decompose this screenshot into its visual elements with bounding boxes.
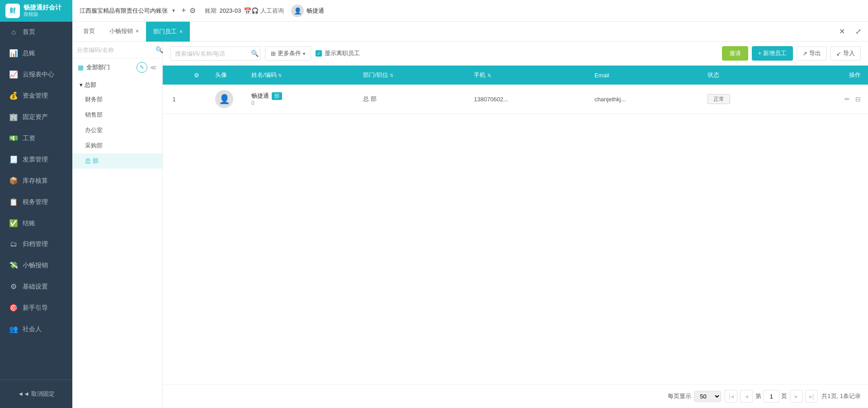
show-resigned-label: 显示离职员工 [325, 49, 360, 57]
tab-bar: 首页 小畅报销 × 部门员工 × ✕ ⤢ [72, 22, 868, 42]
col-dept[interactable]: 部门/职位 ⇅ [356, 66, 467, 85]
tab-home[interactable]: 首页 [76, 22, 102, 42]
prev-page-btn[interactable]: ◂ [740, 390, 753, 403]
dept-node-finance[interactable]: 财务部 [72, 92, 162, 107]
next-page-btn[interactable]: ▸ [790, 390, 802, 403]
col-settings[interactable]: ⚙ [185, 66, 208, 85]
tax-icon: 📋 [9, 198, 18, 206]
sidebar-item-ledger[interactable]: 📊 总账 [0, 43, 72, 64]
sidebar-item-social[interactable]: 👥 社会人 [0, 318, 72, 340]
sidebar-item-inventory[interactable]: 📦 库存核算 [0, 170, 72, 191]
dept-admin-badge: 部 [272, 92, 282, 100]
table-settings-icon[interactable]: ⚙ [194, 72, 199, 79]
last-page-btn[interactable]: ▸| [805, 390, 818, 403]
add-account-btn[interactable]: + [181, 6, 186, 15]
dept-node-sales[interactable]: 销售部 [72, 107, 162, 123]
sidebar-label-invoice: 发票管理 [23, 156, 48, 164]
chevron-down-filter-icon: ▾ [303, 51, 305, 56]
import-label: 导入 [843, 49, 855, 57]
cell-name: 畅捷通 部 0 [244, 85, 356, 114]
page-di-label: 第 [755, 392, 761, 400]
cell-dept: 总 部 [356, 85, 467, 114]
dept-node-office[interactable]: 办公室 [72, 123, 162, 138]
content-area: 首页 小畅报销 × 部门员工 × ✕ ⤢ 🔍 [72, 22, 868, 408]
sidebar-item-assets[interactable]: 🏢 固定资产 [0, 106, 72, 128]
sort-name-icon: ⇅ [278, 73, 282, 78]
col-email: Email [587, 66, 700, 85]
sidebar-item-home[interactable]: ⌂ 首页 [0, 22, 72, 43]
page-nav: |◂ ◂ 第 页 ▸ ▸| [725, 390, 818, 403]
username: 畅捷通 [307, 7, 324, 15]
resigned-checkbox[interactable]: ✓ [316, 50, 322, 57]
period-selector[interactable]: 账期 2023-03 📅 [205, 7, 251, 15]
user-info[interactable]: 👤 畅捷通 [291, 5, 324, 17]
col-actions: 操作 [792, 66, 868, 85]
invite-btn[interactable]: 邀请 [722, 46, 748, 61]
dept-search-icon[interactable]: 🔍 [156, 46, 163, 53]
sidebar-item-reports[interactable]: 📈 云报表中心 [0, 64, 72, 85]
sidebar-label-ledger: 总账 [23, 49, 35, 57]
sidebar-item-archive[interactable]: 🗂 归档管理 [0, 234, 72, 255]
sidebar-item-tax[interactable]: 📋 税务管理 [0, 191, 72, 213]
employee-email: chanjethkj... [594, 96, 626, 103]
filter-icon: ⊞ [271, 50, 276, 57]
page-size-select: 每页显示 50 10 20 100 [668, 391, 721, 402]
support-btn[interactable]: 🎧 人工咨询 [251, 7, 284, 15]
dept-collapse-btn[interactable]: ≪ [150, 64, 157, 71]
show-resigned-toggle[interactable]: ✓ 显示离职员工 [316, 49, 360, 57]
sidebar-item-close[interactable]: ✅ 结账 [0, 213, 72, 234]
employee-search-box: 🔍 [170, 46, 260, 61]
dept-group-head: ▾ 总部 [72, 78, 162, 92]
cancel-fixed-btn[interactable]: ◄◄ 取消固定 [0, 385, 72, 403]
tab-expense-close-icon[interactable]: × [136, 28, 139, 34]
page-size-dropdown[interactable]: 50 10 20 100 [694, 391, 721, 402]
filter-btn[interactable]: ⊞ 更多条件 ▾ [265, 46, 311, 61]
sidebar-item-salary[interactable]: 💵 工资 [0, 128, 72, 149]
import-btn[interactable]: ↙ 导入 [830, 46, 861, 61]
tab-expense[interactable]: 小畅报销 × [102, 22, 146, 42]
page-number-input[interactable] [763, 390, 779, 403]
tab-department-close-icon[interactable]: × [179, 28, 183, 35]
tab-department[interactable]: 部门员工 × [146, 22, 190, 42]
expand-tab-btn[interactable]: ⤢ [852, 25, 864, 38]
export-icon: ↗ [802, 50, 807, 57]
export-btn[interactable]: ↗ 导出 [797, 46, 827, 61]
employee-phone: 138070602... [474, 96, 508, 103]
sort-dept-icon: ⇅ [390, 73, 393, 78]
close-tab-btn[interactable]: ✕ [835, 25, 848, 38]
sidebar-item-expense[interactable]: 💸 小畅报销 [0, 255, 72, 276]
dept-edit-btn[interactable]: ✎ [137, 62, 147, 73]
col-status: 状态 [700, 66, 792, 85]
avatar: 👤 [291, 5, 304, 17]
first-page-btn[interactable]: |◂ [725, 390, 737, 403]
dept-node-general[interactable]: 总 部 [72, 153, 162, 169]
sidebar-item-invoice[interactable]: 🧾 发票管理 [0, 149, 72, 170]
sidebar-label-inventory: 库存核算 [23, 177, 48, 185]
employee-avatar: 👤 [215, 90, 233, 108]
sidebar-item-settings[interactable]: ⚙ 基础设置 [0, 276, 72, 297]
sidebar-item-funds[interactable]: 💰 资金管理 [0, 85, 72, 106]
company-selector[interactable]: 江西服宝精品有限责任公司内账张 ▼ [80, 7, 176, 15]
col-phone[interactable]: 手机 ⇅ [467, 66, 587, 85]
edit-employee-icon[interactable]: ✏ [844, 95, 850, 103]
col-name[interactable]: 姓名/编码 ⇅ [244, 66, 356, 85]
tab-expense-label: 小畅报销 [109, 27, 133, 35]
sidebar-label-salary: 工资 [23, 134, 35, 142]
page-size-label: 每页显示 [668, 392, 691, 400]
settings-icon[interactable]: ⚙ [189, 6, 196, 15]
archive-icon: 🗂 [9, 240, 18, 248]
add-employee-btn[interactable]: + 新增员工 [752, 46, 793, 61]
employee-panel: 🔍 ⊞ 更多条件 ▾ ✓ 显示离职员工 邀请 + 新增员工 [163, 42, 868, 408]
sidebar-label-expense: 小畅报销 [23, 261, 48, 270]
employee-search-icon[interactable]: 🔍 [251, 50, 259, 57]
sidebar-item-guide[interactable]: 🎯 新手引导 [0, 297, 72, 318]
cell-email: chanjethkj... [587, 85, 700, 114]
sidebar-label-reports: 云报表中心 [23, 71, 54, 79]
dept-search-input[interactable] [77, 47, 153, 53]
all-dept-btn[interactable]: ▦ 全部部门 [78, 63, 110, 71]
cell-index: 1 [163, 85, 185, 114]
funds-icon: 💰 [9, 91, 18, 100]
employee-search-input[interactable] [175, 50, 251, 57]
delete-employee-icon[interactable]: ⊟ [855, 95, 861, 103]
dept-node-purchase[interactable]: 采购部 [72, 138, 162, 153]
